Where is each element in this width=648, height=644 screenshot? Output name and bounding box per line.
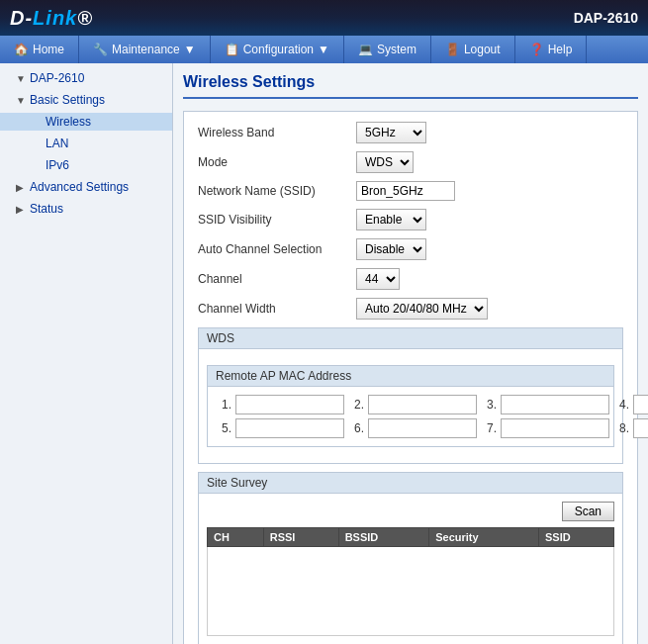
nav-logout[interactable]: 🚪 Logout (431, 36, 515, 63)
site-survey-content: Scan CH RSSI BSSID Security SSID (199, 494, 622, 644)
ssid-input[interactable] (356, 181, 455, 201)
channel-select[interactable]: 44 36 40 (356, 268, 400, 290)
mode-label: Mode (198, 155, 356, 169)
mac-input-1[interactable] (235, 395, 344, 414)
site-survey-body (208, 547, 614, 636)
nav-system[interactable]: 💻 System (344, 36, 431, 63)
mac-label-8: 8. (613, 421, 629, 435)
mac-input-6[interactable] (368, 418, 477, 438)
logo: D-Link® (10, 7, 93, 30)
mac-row-8: 8. (613, 418, 648, 438)
expand-status-icon: ▶ (16, 204, 28, 215)
ssid-visibility-select[interactable]: Enable Disable (356, 209, 426, 230)
mac-label-4: 4. (613, 398, 629, 412)
channel-label: Channel (198, 272, 356, 286)
ssid-label: Network Name (SSID) (198, 184, 356, 198)
channel-width-select[interactable]: Auto 20/40/80 MHz 20 MHz 40 MHz (356, 298, 488, 320)
logout-icon: 🚪 (445, 43, 460, 56)
sidebar-advanced-label: Advanced Settings (30, 180, 129, 194)
root-label: DAP-2610 (30, 71, 84, 85)
scan-btn-row: Scan (207, 502, 614, 521)
wds-section: WDS Remote AP MAC Address 1. 2. (198, 327, 623, 464)
ssid-control (356, 181, 455, 201)
expand-ipv6-icon (32, 160, 44, 171)
navbar: 🏠 Home 🔧 Maintenance ▼ 📋 Configuration ▼… (0, 36, 648, 63)
home-icon: 🏠 (14, 43, 29, 56)
mac-label-5: 5. (216, 421, 231, 435)
expand-lan-icon (32, 138, 44, 149)
sidebar-item-wireless[interactable]: Wireless (0, 111, 172, 133)
wireless-form: Wireless Band 5GHz 2.4GHz Mode WDS AP (183, 111, 638, 644)
mac-input-5[interactable] (235, 418, 344, 438)
survey-empty-row (208, 547, 614, 636)
auto-channel-select[interactable]: Disable Enable (356, 238, 426, 260)
mac-row-1: 1. (216, 395, 344, 414)
nav-home[interactable]: 🏠 Home (0, 36, 79, 63)
sidebar-basic-label: Basic Settings (30, 93, 105, 107)
sidebar-ipv6-label: IPv6 (46, 158, 69, 172)
col-security: Security (429, 528, 539, 547)
wds-title: WDS (199, 328, 622, 349)
mode-row: Mode WDS AP (198, 151, 623, 173)
channel-width-row: Channel Width Auto 20/40/80 MHz 20 MHz 4… (198, 298, 623, 320)
mac-input-4[interactable] (633, 395, 648, 414)
chevron-down-icon2: ▼ (318, 43, 329, 56)
col-ch: CH (208, 528, 264, 547)
site-survey-title: Site Survey (199, 473, 622, 494)
channel-control: 44 36 40 (356, 268, 400, 290)
mac-row-7: 7. (481, 418, 609, 438)
auto-channel-row: Auto Channel Selection Disable Enable (198, 238, 623, 260)
mode-control: WDS AP (356, 151, 414, 173)
mac-input-8[interactable] (633, 418, 648, 438)
mac-input-2[interactable] (368, 395, 477, 414)
auto-channel-control: Disable Enable (356, 238, 426, 260)
sidebar-wireless-label: Wireless (46, 115, 91, 129)
main-layout: ▼ DAP-2610 ▼ Basic Settings Wireless LAN (0, 63, 648, 644)
mac-row-2: 2. (348, 395, 477, 414)
wireless-band-select[interactable]: 5GHz 2.4GHz (356, 122, 426, 143)
config-icon: 📋 (225, 43, 239, 56)
content-area: Wireless Settings Wireless Band 5GHz 2.4… (173, 63, 648, 644)
site-survey-table: CH RSSI BSSID Security SSID (207, 527, 614, 636)
mac-label-3: 3. (481, 398, 497, 412)
ssid-visibility-label: SSID Visibility (198, 213, 356, 227)
nav-configuration[interactable]: 📋 Configuration ▼ (211, 36, 344, 63)
sidebar-status-label: Status (30, 202, 63, 216)
mac-input-3[interactable] (501, 395, 609, 414)
expand-basic-icon: ▼ (16, 95, 28, 106)
help-icon: ❓ (529, 43, 544, 56)
expand-icon: ▼ (16, 73, 28, 84)
mac-input-7[interactable] (501, 418, 609, 438)
sidebar-item-basic-settings[interactable]: ▼ Basic Settings (0, 89, 172, 111)
mac-row-3: 3. (481, 395, 609, 414)
page-title: Wireless Settings (183, 73, 638, 99)
mac-row-6: 6. (348, 418, 477, 438)
wireless-band-row: Wireless Band 5GHz 2.4GHz (198, 122, 623, 143)
sidebar-item-ipv6[interactable]: IPv6 (0, 154, 172, 176)
sidebar-item-status[interactable]: ▶ Status (0, 198, 172, 220)
ssid-visibility-control: Enable Disable (356, 209, 426, 230)
remote-ap-title: Remote AP MAC Address (208, 366, 613, 387)
sidebar-item-advanced-settings[interactable]: ▶ Advanced Settings (0, 176, 172, 198)
channel-row: Channel 44 36 40 (198, 268, 623, 290)
chevron-down-icon: ▼ (184, 43, 196, 56)
nav-help[interactable]: ❓ Help (515, 36, 588, 63)
header: D-Link® DAP-2610 (0, 0, 648, 36)
sidebar-root[interactable]: ▼ DAP-2610 (0, 67, 172, 89)
channel-width-label: Channel Width (198, 302, 356, 316)
channel-width-control: Auto 20/40/80 MHz 20 MHz 40 MHz (356, 298, 488, 320)
auto-channel-label: Auto Channel Selection (198, 242, 356, 256)
ssid-visibility-row: SSID Visibility Enable Disable (198, 209, 623, 230)
sidebar-item-lan[interactable]: LAN (0, 133, 172, 154)
scan-button[interactable]: Scan (562, 502, 614, 521)
mac-row-4: 4. (613, 395, 648, 414)
col-bssid: BSSID (338, 528, 429, 547)
site-survey-section: Site Survey Scan CH RSSI BSSID Security (198, 472, 623, 644)
mode-select[interactable]: WDS AP (356, 151, 414, 173)
mac-label-6: 6. (348, 421, 364, 435)
mac-label-2: 2. (348, 398, 364, 412)
mac-label-1: 1. (216, 398, 231, 412)
col-ssid: SSID (539, 528, 614, 547)
nav-maintenance[interactable]: 🔧 Maintenance ▼ (79, 36, 211, 63)
mac-row-5: 5. (216, 418, 344, 438)
